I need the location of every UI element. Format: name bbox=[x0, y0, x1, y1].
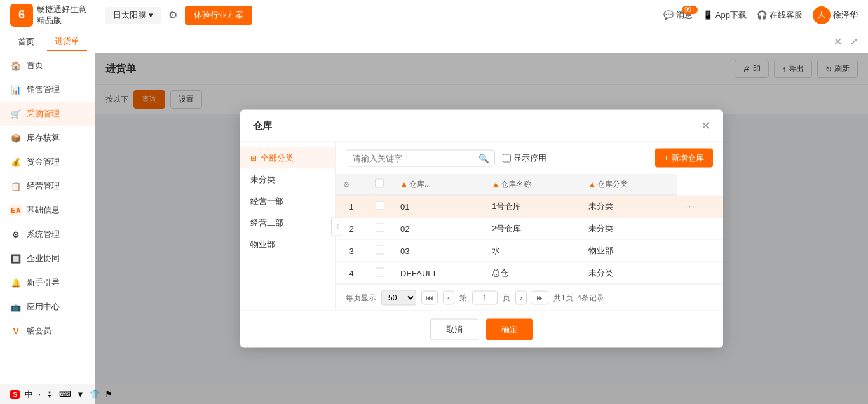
category-all[interactable]: ⊞ 全部分类 bbox=[240, 147, 335, 169]
row-num: 3 bbox=[336, 239, 367, 262]
app-download-item[interactable]: 📱 App下载 bbox=[703, 10, 747, 21]
sidebar-label-inventory: 库存核算 bbox=[27, 132, 60, 144]
show-disabled-checkbox[interactable] bbox=[503, 154, 511, 162]
store-name: 日太阳膜 bbox=[113, 10, 146, 21]
page-word2: 页 bbox=[503, 292, 510, 303]
search-wrap: 🔍 bbox=[346, 149, 495, 166]
sidebar-label-enterprise: 企业协同 bbox=[27, 253, 60, 264]
show-disabled-label[interactable]: 显示停用 bbox=[503, 152, 546, 164]
try-industry-button[interactable]: 体验行业方案 bbox=[185, 6, 252, 25]
category-operations1[interactable]: 经营一部 bbox=[240, 191, 335, 212]
modal-toolbar: 🔍 显示停用 + 新增仓库 bbox=[336, 142, 723, 174]
logo: 6 畅捷通好生意 精品版 bbox=[10, 4, 105, 27]
message-item[interactable]: 💬 消息 99+ bbox=[663, 10, 693, 21]
user-item[interactable]: 人 徐泽华 bbox=[813, 6, 858, 24]
grid-icon: ⊞ bbox=[250, 154, 257, 163]
sidebar-label-finance: 资金管理 bbox=[27, 156, 60, 168]
online-service-label: 在线客服 bbox=[770, 10, 803, 21]
row-category: 未分类 bbox=[581, 195, 677, 217]
vip-icon: V bbox=[10, 325, 22, 337]
sidebar-item-guide[interactable]: 🔔 新手引导 bbox=[0, 271, 95, 295]
row-actions-icon[interactable]: ··· bbox=[685, 201, 696, 211]
sidebar-item-apps[interactable]: 📺 应用中心 bbox=[0, 295, 95, 319]
table-row[interactable]: 2 02 2号仓库 未分类 bbox=[336, 217, 723, 239]
sidebar-item-vip[interactable]: V 畅会员 bbox=[0, 319, 95, 343]
sidebar-collapse-button[interactable]: 《 bbox=[331, 217, 341, 236]
search-input[interactable] bbox=[346, 150, 473, 166]
category-all-label: 全部分类 bbox=[261, 152, 294, 164]
bottom-icon-mic[interactable]: 🎙 bbox=[46, 389, 54, 399]
sidebar-item-basic-info[interactable]: EA 基础信息 bbox=[0, 198, 95, 222]
sidebar-item-sales[interactable]: 📊 销售管理 bbox=[0, 77, 95, 102]
sidebar-item-operations[interactable]: 📋 经营管理 bbox=[0, 174, 95, 198]
modal-close-button[interactable]: ✕ bbox=[701, 119, 710, 133]
store-selector[interactable]: 日太阳膜 ▾ bbox=[105, 7, 161, 24]
sidebar-item-purchase[interactable]: 🛒 采购管理 bbox=[0, 102, 95, 126]
warehouse-modal: 仓库 ✕ ⊞ 全部分类 未分类 经营一部 bbox=[240, 110, 723, 348]
page-input[interactable] bbox=[472, 291, 498, 305]
total-info: 共1页, 4条记录 bbox=[553, 292, 604, 303]
category-property-label: 物业部 bbox=[250, 239, 275, 250]
table-row[interactable]: 1 01 1号仓库 未分类 ··· bbox=[336, 195, 723, 217]
category-property[interactable]: 物业部 bbox=[240, 234, 335, 255]
sidebar-item-home[interactable]: 🏠 首页 bbox=[0, 53, 95, 77]
table-row[interactable]: 4 DEFAULT 总仓 未分类 bbox=[336, 262, 723, 284]
finance-icon: 💰 bbox=[10, 156, 22, 168]
page-size-select[interactable]: 50 20 100 bbox=[381, 290, 416, 306]
close-tab-icon[interactable]: ✕ bbox=[834, 36, 842, 48]
sidebar-item-inventory[interactable]: 📦 库存核算 bbox=[0, 126, 95, 150]
row-code: 02 bbox=[393, 217, 484, 239]
main-content: 进货单 🖨 印 ↑ 导出 ↻ 刷新 按以下 查询 设置 仓库 ✕ bbox=[95, 53, 868, 404]
prev-page-button[interactable]: ‹ bbox=[443, 291, 454, 305]
table-row[interactable]: 3 03 水 物业部 bbox=[336, 239, 723, 262]
row-check[interactable] bbox=[367, 239, 393, 262]
last-page-button[interactable]: ⏭ bbox=[532, 291, 548, 305]
tab-home[interactable]: 首页 bbox=[10, 34, 42, 50]
next-page-button[interactable]: › bbox=[515, 291, 527, 305]
gear-icon[interactable]: ⚙ bbox=[168, 9, 177, 21]
row-checkbox[interactable] bbox=[376, 267, 384, 276]
row-check[interactable] bbox=[367, 217, 393, 239]
select-all-checkbox[interactable] bbox=[375, 179, 384, 188]
first-page-button[interactable]: ⏮ bbox=[421, 291, 438, 305]
row-code: 03 bbox=[393, 239, 484, 262]
search-button[interactable]: 🔍 bbox=[473, 150, 494, 166]
sidebar-item-finance[interactable]: 💰 资金管理 bbox=[0, 150, 95, 174]
category-unclassified[interactable]: 未分类 bbox=[240, 169, 335, 191]
row-checkbox[interactable] bbox=[376, 223, 384, 232]
purchase-icon: 🛒 bbox=[10, 108, 22, 119]
expand-icon[interactable]: ⤢ bbox=[850, 36, 858, 48]
col-header-code: ▲仓库... bbox=[393, 174, 484, 196]
row-actions bbox=[677, 262, 723, 284]
cancel-button[interactable]: 取消 bbox=[430, 319, 478, 340]
sidebar-label-home: 首页 bbox=[27, 60, 43, 71]
bottom-icon-keyboard[interactable]: ⌨ bbox=[59, 389, 71, 399]
topbar-right: 💬 消息 99+ 📱 App下载 🎧 在线客服 人 徐泽华 bbox=[663, 6, 858, 24]
guide-icon: 🔔 bbox=[10, 277, 22, 288]
sidebar-label-operations: 经营管理 bbox=[27, 180, 60, 192]
tab-purchase[interactable]: 进货单 bbox=[47, 33, 87, 51]
bottom-icon-settings[interactable]: ▼ bbox=[76, 389, 85, 399]
layout: 🏠 首页 📊 销售管理 🛒 采购管理 📦 库存核算 💰 资金管理 📋 经营管理 … bbox=[0, 53, 868, 404]
basic-info-icon: EA bbox=[10, 205, 22, 216]
confirm-button[interactable]: 确定 bbox=[486, 319, 533, 340]
sidebar-label-sales: 销售管理 bbox=[27, 84, 60, 95]
add-warehouse-button[interactable]: + 新增仓库 bbox=[655, 149, 713, 168]
secondbar: 首页 进货单 ✕ ⤢ bbox=[0, 30, 868, 53]
row-checkbox[interactable] bbox=[376, 245, 384, 254]
warehouse-table: ⚙ ▲仓库... ▲仓库名称 ▲仓库分类 1 bbox=[336, 174, 723, 285]
online-service-item[interactable]: 🎧 在线客服 bbox=[757, 10, 803, 21]
row-check[interactable] bbox=[367, 262, 393, 284]
category-operations1-label: 经营一部 bbox=[250, 196, 283, 207]
sidebar-label-basic-info: 基础信息 bbox=[27, 205, 60, 216]
sidebar-item-enterprise[interactable]: 🔲 企业协同 bbox=[0, 246, 95, 271]
chevron-down-icon: ▾ bbox=[149, 10, 153, 20]
col-header-check bbox=[367, 174, 393, 196]
row-check[interactable] bbox=[367, 195, 393, 217]
headset-icon: 🎧 bbox=[757, 10, 767, 20]
row-checkbox[interactable] bbox=[376, 201, 384, 210]
home-icon: 🏠 bbox=[10, 60, 22, 71]
modal-main-content: 🔍 显示停用 + 新增仓库 ⚙ bbox=[336, 142, 723, 311]
category-operations2[interactable]: 经营二部 bbox=[240, 212, 335, 234]
sidebar-item-system[interactable]: ⚙ 系统管理 bbox=[0, 222, 95, 246]
